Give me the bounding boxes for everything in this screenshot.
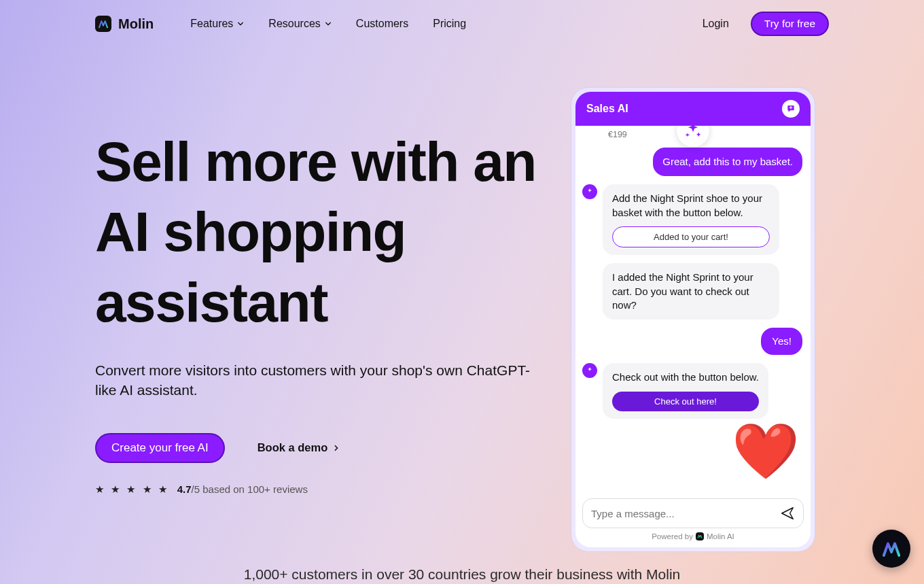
added-to-cart-button[interactable]: Added to your cart! (612, 226, 770, 248)
sparkle-badge-icon (676, 126, 710, 148)
heart-emoji: ❤️ (732, 424, 800, 479)
nav-right: Login Try for free (703, 12, 829, 36)
chat-title: Sales AI (586, 103, 628, 115)
customers-tagline: 1,000+ customers in over 30 countries gr… (0, 566, 924, 584)
checkout-button[interactable]: Check out here! (612, 392, 759, 412)
chat-msg-bot-text: Add the Night Sprint shoe to your basket… (612, 192, 770, 220)
chevron-down-icon (325, 20, 332, 27)
chat-shell: Sales AI €199 Great, add this to my bask… (571, 87, 815, 552)
sparkle-avatar-icon (582, 184, 597, 199)
try-free-button[interactable]: Try for free (751, 12, 829, 36)
powered-prefix: Powered by (652, 532, 693, 540)
nav-item-label: Customers (356, 18, 408, 30)
nav-item-label: Resources (268, 18, 320, 30)
chat-msg-user: Yes! (761, 328, 802, 355)
book-demo-link[interactable]: Book a demo (257, 441, 340, 454)
create-ai-button[interactable]: Create your free AI (95, 433, 225, 463)
hero-cta-row: Create your free AI Book a demo (95, 433, 544, 463)
send-icon[interactable] (780, 506, 795, 521)
chat-header: Sales AI (575, 92, 811, 126)
mini-logo-icon (696, 532, 704, 540)
chat-input-row (582, 498, 804, 528)
chat-launcher-fab[interactable] (872, 530, 910, 568)
logo-mark-icon (95, 16, 111, 32)
chat-msg-bot: Add the Night Sprint shoe to your basket… (603, 184, 779, 255)
new-chat-icon[interactable] (782, 100, 800, 118)
nav-item-features[interactable]: Features (190, 18, 244, 30)
chat-msg-bot: Check out with the button below. Check o… (603, 363, 768, 419)
nav-item-pricing[interactable]: Pricing (433, 18, 466, 30)
hero-subheadline: Convert more visitors into customers wit… (95, 360, 544, 400)
login-link[interactable]: Login (703, 18, 729, 30)
chevron-right-icon (333, 444, 340, 452)
nav-item-resources[interactable]: Resources (268, 18, 331, 30)
book-demo-label: Book a demo (257, 441, 328, 454)
rating-row: ★ ★ ★ ★ ★ 4.7/5 based on 100+ reviews (95, 483, 544, 496)
hero-headline: Sell more with an AI shopping assistant (95, 126, 544, 337)
chevron-down-icon (237, 20, 244, 27)
powered-name: Molin AI (707, 532, 734, 540)
rating-suffix: /5 based on 100+ reviews (192, 483, 308, 495)
nav-links: Features Resources Customers Pricing (190, 18, 466, 30)
rating-text: 4.7/5 based on 100+ reviews (177, 483, 308, 495)
chat-msg-user: Great, add this to my basket. (653, 148, 802, 176)
sparkle-avatar-icon (582, 363, 597, 378)
nav-item-label: Pricing (433, 18, 466, 30)
brand-logo[interactable]: Molin (95, 16, 154, 32)
chat-inner: Sales AI €199 Great, add this to my bask… (575, 92, 811, 547)
nav-item-label: Features (190, 18, 233, 30)
chat-input[interactable] (591, 508, 780, 519)
top-nav: Molin Features Resources Customers Prici… (0, 0, 924, 38)
nav-item-customers[interactable]: Customers (356, 18, 408, 30)
chat-body: €199 Great, add this to my basket. Add t… (575, 126, 811, 498)
chat-widget: Sales AI €199 Great, add this to my bask… (571, 87, 815, 552)
powered-by: Powered by Molin AI (575, 532, 811, 547)
hero-section: Sell more with an AI shopping assistant … (0, 38, 924, 552)
rating-score: 4.7 (177, 483, 192, 495)
chat-msg-bot-text: Check out with the button below. (612, 371, 759, 384)
brand-name: Molin (118, 16, 154, 32)
hero-copy: Sell more with an AI shopping assistant … (95, 126, 544, 552)
star-icons: ★ ★ ★ ★ ★ (95, 483, 169, 496)
chat-msg-bot: I added the Night Sprint to your cart. D… (603, 263, 779, 320)
